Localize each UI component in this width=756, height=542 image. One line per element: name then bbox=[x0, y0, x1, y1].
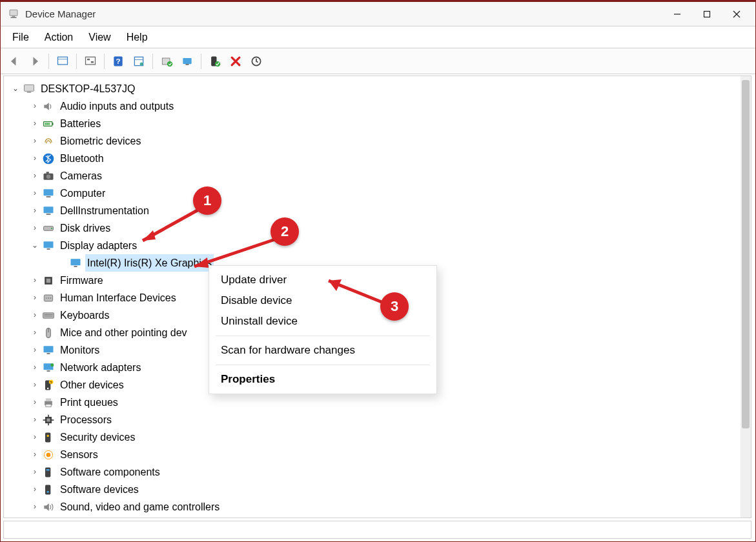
chevron-right-icon[interactable]: › bbox=[30, 185, 40, 202]
enable-button[interactable] bbox=[205, 52, 225, 71]
chevron-right-icon[interactable]: › bbox=[30, 150, 40, 167]
printer-icon bbox=[41, 396, 56, 410]
tree-item-label: Software devices bbox=[58, 481, 141, 498]
chevron-right-icon[interactable]: › bbox=[30, 359, 40, 376]
tree-item[interactable]: ›Software devices bbox=[8, 481, 751, 498]
tree-item[interactable]: ›Print queues bbox=[8, 394, 751, 411]
chevron-down-icon[interactable]: ⌄ bbox=[30, 237, 40, 254]
window-controls bbox=[662, 4, 751, 25]
tree-item-label: Software components bbox=[58, 463, 162, 481]
close-button[interactable] bbox=[722, 4, 751, 25]
display-icon bbox=[68, 256, 83, 270]
tree-item[interactable]: ›Batteries bbox=[8, 115, 751, 132]
tree-item[interactable]: ›Disk drives bbox=[8, 219, 751, 237]
annotation-marker-3: 3 bbox=[380, 292, 409, 321]
svg-text:?: ? bbox=[116, 57, 120, 65]
show-connections-button[interactable] bbox=[81, 52, 100, 71]
tree-item[interactable]: ›Biometric devices bbox=[8, 132, 751, 150]
titlebar: Device Manager bbox=[1, 2, 755, 26]
sw-dev-icon bbox=[41, 483, 56, 497]
chevron-right-icon[interactable]: › bbox=[30, 341, 40, 359]
menu-view[interactable]: View bbox=[82, 29, 117, 46]
chevron-right-icon[interactable]: › bbox=[30, 306, 40, 324]
back-button[interactable] bbox=[5, 52, 24, 71]
tree-item-label: Batteries bbox=[58, 115, 103, 132]
svg-rect-20 bbox=[186, 64, 189, 65]
tree-item-label: Mice and other pointing dev bbox=[58, 324, 189, 341]
tree-item-label: Other devices bbox=[58, 376, 126, 394]
tree-item-label: Human Interface Devices bbox=[58, 289, 178, 306]
cpu-icon bbox=[41, 413, 56, 427]
tree-root[interactable]: ⌄ DESKTOP-4L537JQ bbox=[8, 80, 751, 97]
chevron-right-icon[interactable]: › bbox=[30, 428, 40, 446]
cm-update-driver[interactable]: Update driver bbox=[209, 270, 436, 290]
chevron-right-icon[interactable]: › bbox=[30, 376, 40, 394]
tree-item-label: Security devices bbox=[58, 428, 138, 446]
context-menu: Update driver Disable device Uninstall d… bbox=[209, 265, 437, 394]
chevron-down-icon[interactable]: ⌄ bbox=[10, 80, 21, 97]
computer-icon bbox=[22, 82, 36, 96]
tree-item[interactable]: ›Security devices bbox=[8, 428, 751, 446]
svg-point-16 bbox=[140, 62, 143, 65]
help-button[interactable]: ? bbox=[108, 52, 128, 71]
tree-item[interactable]: ›Sound, video and game controllers bbox=[8, 498, 751, 516]
menu-action[interactable]: Action bbox=[38, 29, 79, 46]
disable-button[interactable] bbox=[226, 52, 245, 71]
vertical-scrollbar[interactable] bbox=[741, 76, 751, 517]
chevron-right-icon[interactable]: › bbox=[30, 394, 40, 411]
uninstall-button[interactable] bbox=[178, 52, 197, 71]
tree-item[interactable]: ›Bluetooth bbox=[8, 150, 751, 167]
show-all-devices-button[interactable] bbox=[53, 52, 72, 71]
chevron-right-icon[interactable]: › bbox=[30, 289, 40, 306]
properties-button[interactable] bbox=[129, 52, 148, 71]
tree-item[interactable]: ›Sensors bbox=[8, 446, 751, 463]
tree-item[interactable]: ›Processors bbox=[8, 411, 751, 428]
tree-item[interactable]: ›Audio inputs and outputs bbox=[8, 97, 751, 115]
chevron-right-icon[interactable]: › bbox=[30, 446, 40, 463]
tree-item[interactable]: ⌄Display adapters bbox=[8, 237, 751, 254]
computer-icon bbox=[41, 186, 56, 201]
chevron-right-icon[interactable]: › bbox=[30, 219, 40, 237]
svg-rect-24 bbox=[25, 85, 34, 91]
scan-hardware-button[interactable] bbox=[247, 52, 266, 71]
scrollbar-thumb[interactable] bbox=[742, 80, 750, 428]
app-icon bbox=[7, 8, 20, 21]
menu-file[interactable]: File bbox=[6, 29, 36, 46]
cm-scan-hardware[interactable]: Scan for hardware changes bbox=[209, 340, 436, 361]
bluetooth-icon bbox=[41, 152, 56, 166]
chevron-right-icon[interactable]: › bbox=[30, 411, 40, 428]
other-icon bbox=[41, 378, 56, 392]
tree-item-label: Monitors bbox=[58, 341, 101, 359]
chevron-right-icon[interactable]: › bbox=[30, 97, 40, 115]
chevron-right-icon[interactable]: › bbox=[30, 463, 40, 481]
svg-rect-0 bbox=[10, 10, 17, 15]
dell-icon bbox=[41, 204, 56, 218]
sound-icon bbox=[41, 500, 56, 514]
minimize-button[interactable] bbox=[662, 4, 692, 25]
tree-item[interactable]: ›Computer bbox=[8, 185, 751, 202]
tree-item[interactable]: ›Software components bbox=[8, 463, 751, 481]
chevron-right-icon[interactable]: › bbox=[30, 115, 40, 132]
forward-button[interactable] bbox=[25, 52, 45, 71]
update-driver-button[interactable] bbox=[157, 52, 176, 71]
tree-item[interactable]: ›Cameras bbox=[8, 167, 751, 185]
chevron-right-icon[interactable]: › bbox=[30, 272, 40, 289]
tree-item-label: Audio inputs and outputs bbox=[58, 97, 176, 115]
maximize-button[interactable] bbox=[692, 4, 722, 25]
hid-icon bbox=[41, 291, 56, 305]
mouse-icon bbox=[41, 326, 56, 340]
chevron-right-icon[interactable]: › bbox=[30, 202, 40, 219]
chevron-right-icon[interactable]: › bbox=[30, 132, 40, 150]
cm-properties[interactable]: Properties bbox=[209, 369, 436, 390]
network-icon bbox=[41, 361, 56, 375]
chevron-right-icon[interactable]: › bbox=[30, 481, 40, 498]
chevron-right-icon[interactable]: › bbox=[30, 324, 40, 341]
menubar: File Action View Help bbox=[1, 26, 755, 48]
firmware-icon bbox=[41, 274, 56, 288]
chevron-right-icon[interactable]: › bbox=[30, 498, 40, 516]
window-title: Device Manager bbox=[25, 8, 96, 19]
menu-help[interactable]: Help bbox=[120, 29, 154, 46]
chevron-right-icon[interactable]: › bbox=[30, 167, 40, 185]
tree-item-label: Network adapters bbox=[58, 359, 143, 376]
tree-item[interactable]: ›DellInstrumentation bbox=[8, 202, 751, 219]
